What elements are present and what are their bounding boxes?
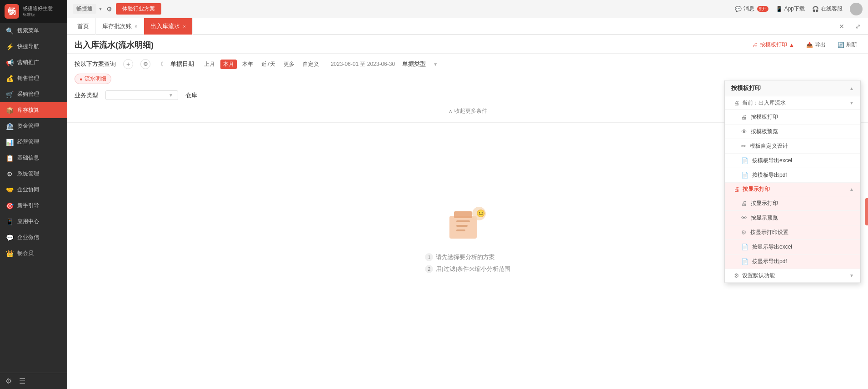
sidebar-item-guide[interactable]: 🎯 新手引导 — [0, 198, 67, 214]
single-type-dropdown-arrow[interactable]: ▼ — [433, 62, 438, 67]
filter-collapse-btn[interactable]: 《 — [158, 60, 163, 68]
sidebar-item-app-center[interactable]: 📱 应用中心 — [0, 214, 67, 229]
topbar-right: 💬 消息 99+ 📱 App下载 🎧 在线客服 — [735, 3, 863, 15]
sidebar-logo: 畅 畅捷通好生意 标准版 — [0, 0, 67, 23]
tab-inventory-flow-label: 出入库流水 — [150, 22, 180, 30]
current-indicator-row: 🖨 当前：出入库流水 ▼ — [725, 96, 860, 110]
print-item-template-preview[interactable]: 👁 按模板预览 — [725, 125, 860, 139]
message-label: 消息 — [743, 5, 754, 13]
template-print-item-icon: 🖨 — [741, 114, 747, 120]
sidebar-item-label: 营销推广 — [17, 59, 39, 66]
sidebar-item-label: 库存核算 — [17, 106, 39, 114]
warehouse-area: ··· — [205, 92, 798, 99]
user-avatar[interactable] — [850, 3, 863, 15]
filter-add-btn[interactable]: + — [123, 59, 133, 69]
sidebar-item-inventory[interactable]: 📦 库存核算 — [0, 102, 67, 118]
default-section-header[interactable]: ⚙ 设置默认功能 ▼ — [725, 269, 860, 283]
tip-num-2: 2 — [425, 265, 433, 273]
tab-inventory-batch-close[interactable]: × — [135, 24, 137, 29]
message-btn[interactable]: 💬 消息 99+ — [735, 5, 768, 13]
topbar-gear-icon[interactable]: ⚙ — [106, 5, 112, 13]
sidebar-item-sales[interactable]: 💰 销售管理 — [0, 70, 67, 86]
window-close-btn[interactable]: ✕ — [835, 20, 848, 33]
sidebar-item-marketing[interactable]: 📢 营销推广 — [0, 55, 67, 70]
message-badge: 99+ — [757, 6, 768, 12]
date-opt-custom[interactable]: 自定义 — [300, 60, 322, 69]
date-opt-this-year[interactable]: 本年 — [239, 60, 256, 69]
sidebar-menu-icon[interactable]: ☰ — [19, 377, 25, 385]
operation-icon: 📊 — [5, 139, 14, 146]
business-type-label: 业务类型 — [75, 91, 98, 100]
print-item-display-preview[interactable]: 👁 按显示预览 — [725, 211, 860, 225]
current-label: 当前：出入库流水 — [742, 99, 786, 107]
tab-home[interactable]: 首页 — [71, 18, 96, 35]
sidebar-settings-icon[interactable]: ⚙ — [5, 377, 12, 385]
tab-inventory-batch[interactable]: 库存批次账 × — [96, 18, 144, 35]
sidebar-item-basic[interactable]: 📋 基础信息 — [0, 150, 67, 166]
tab-inventory-flow[interactable]: 出入库流水 × — [144, 18, 192, 35]
export-btn[interactable]: 📤 导出 — [803, 39, 829, 50]
topbar: 畅捷通 ▼ ⚙ 体验行业方案 💬 消息 99+ 📱 App下载 🎧 在线客服 — [67, 0, 868, 18]
sidebar-item-system[interactable]: ⚙ 系统管理 — [0, 166, 67, 182]
template-preview-icon: 👁 — [741, 128, 747, 135]
sidebar-item-search[interactable]: 🔍 搜索菜单 — [0, 23, 67, 39]
sidebar-item-quick-nav[interactable]: ⚡ 快捷导航 — [0, 39, 67, 55]
window-expand-btn[interactable]: ⤢ — [852, 20, 864, 33]
sidebar-item-cooperation[interactable]: 🤝 企业协同 — [0, 182, 67, 198]
search-icon: 🔍 — [5, 27, 14, 35]
sidebar-bottom: ⚙ ☰ — [0, 373, 67, 389]
export-icon: 📤 — [806, 42, 813, 48]
print-item-template-print[interactable]: 🖨 按模板打印 — [725, 110, 860, 125]
template-preview-label: 按模板预览 — [751, 128, 778, 135]
print-dropdown-header: 按模板打印 ▲ — [725, 80, 860, 96]
sidebar-item-finance[interactable]: 🏦 资金管理 — [0, 118, 67, 134]
print-dropdown-close-arrow[interactable]: ▲ — [849, 86, 854, 91]
date-opt-this-month[interactable]: 本月 — [220, 60, 237, 69]
print-item-display-settings[interactable]: ⚙ 按显示打印设置 — [725, 225, 860, 240]
print-item-template-custom[interactable]: ✏ 模板自定义设计 — [725, 139, 860, 154]
sidebar-item-vip[interactable]: 👑 畅会员 — [0, 245, 67, 261]
date-options: 上月 本月 本年 近7天 更多 自定义 — [201, 60, 322, 69]
sidebar-item-purchase[interactable]: 🛒 采购管理 — [0, 86, 67, 102]
user-dropdown-arrow[interactable]: ▼ — [98, 6, 103, 11]
display-section-arrow: ▲ — [849, 187, 854, 192]
template-print-btn[interactable]: 🖨 按模板打印 ▲ — [749, 39, 798, 50]
date-opt-more[interactable]: 更多 — [281, 60, 297, 69]
sidebar-item-operation[interactable]: 📊 经营管理 — [0, 134, 67, 150]
flow-tag[interactable]: ● 流水明细 — [75, 74, 111, 84]
tab-inventory-flow-close[interactable]: × — [183, 24, 185, 29]
app-download-label: App下载 — [784, 5, 805, 13]
headphone-icon: 🎧 — [812, 6, 819, 12]
tip-text-2: 用[过滤]条件来缩小分析范围 — [436, 265, 510, 273]
print-dropdown: 按模板打印 ▲ 🖨 当前：出入库流水 ▼ 🖨 按模板打印 👁 按模板预览 ✏ 模… — [724, 80, 861, 283]
current-arrow[interactable]: ▼ — [849, 100, 854, 105]
empty-illustration: 😐 — [440, 202, 495, 248]
sidebar-item-wechat[interactable]: 💬 企业微信 — [0, 229, 67, 245]
page-title: 出入库流水(流水明细) — [75, 40, 154, 50]
date-opt-last7[interactable]: 近7天 — [259, 60, 278, 69]
trial-btn[interactable]: 体验行业方案 — [116, 3, 161, 15]
template-pdf-icon: 📄 — [741, 172, 748, 179]
print-item-display-pdf[interactable]: 📄 按显示导出pdf — [725, 254, 860, 269]
sidebar-item-label: 应用中心 — [17, 218, 39, 225]
app-download-btn[interactable]: 📱 App下载 — [776, 5, 805, 13]
print-item-display-print[interactable]: 🖨 按显示打印 — [725, 196, 860, 211]
basic-icon: 📋 — [5, 155, 14, 162]
display-section-header[interactable]: 🖨 按显示打印 ▲ — [725, 183, 860, 196]
date-label: 单据日期 — [170, 60, 194, 68]
date-opt-last-month[interactable]: 上月 — [201, 60, 218, 69]
print-item-template-pdf[interactable]: 📄 按模板导出pdf — [725, 168, 860, 183]
print-item-display-excel[interactable]: 📄 按显示导出excel — [725, 240, 860, 254]
current-icon: 🖨 — [734, 100, 739, 106]
topbar-user: 畅捷通 ▼ — [73, 4, 103, 14]
filter-row-1: 按以下方案查询 + ⚙ 《 单据日期 上月 本月 本年 近7天 更多 自定义 2… — [75, 59, 861, 69]
filter-settings-btn[interactable]: ⚙ — [140, 59, 150, 69]
print-item-template-excel[interactable]: 📄 按模板导出excel — [725, 154, 860, 168]
tab-home-label: 首页 — [77, 22, 89, 30]
template-pdf-label: 按模板导出pdf — [752, 171, 787, 179]
online-service-btn[interactable]: 🎧 在线客服 — [812, 5, 843, 13]
sidebar-item-label: 资金管理 — [17, 122, 39, 130]
svg-rect-3 — [456, 225, 468, 227]
business-type-select[interactable]: ▼ — [105, 90, 178, 100]
refresh-btn[interactable]: 🔄 刷新 — [834, 39, 861, 50]
